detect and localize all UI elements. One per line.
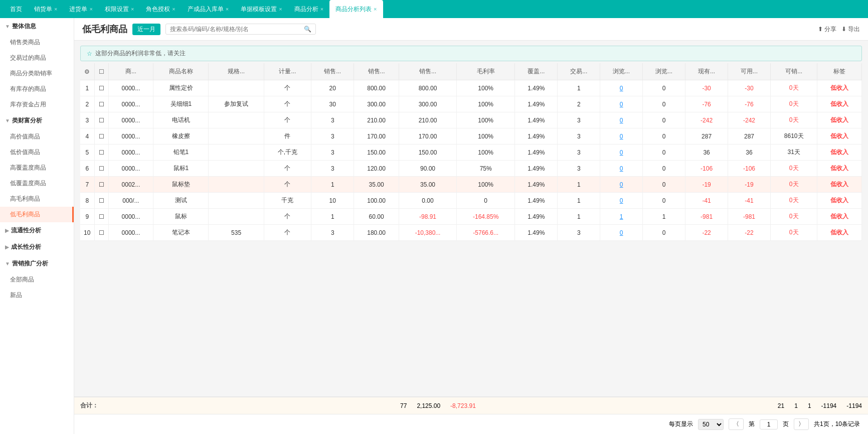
sidebar-item-sales-goods[interactable]: 销售类商品 [0, 35, 74, 50]
code-col-header[interactable]: 商... [108, 63, 153, 80]
sidebar-item-all-goods[interactable]: 全部商品 [0, 272, 74, 287]
sidebar-item-new-goods[interactable]: 新品 [0, 287, 74, 303]
sidebar-item-traded-goods[interactable]: 交易过的商品 [0, 50, 74, 66]
coverage-col-header[interactable]: 覆盖... [515, 63, 558, 80]
row-tag: 低收入 [817, 112, 862, 128]
sidebar-item-low-margin[interactable]: 低毛利商品 [0, 207, 74, 222]
sidebar-group-circulation[interactable]: ▶ 流通性分析 [0, 222, 74, 239]
row-browse1[interactable]: 0 [600, 177, 643, 193]
stock-col-header[interactable]: 现有... [685, 63, 728, 80]
row-browse1[interactable]: 1 [600, 209, 643, 225]
row-sale3: -10,380... [399, 225, 456, 241]
sidebar-item-category-rate[interactable]: 商品分类助销率 [0, 66, 74, 81]
row-browse2: 0 [643, 96, 685, 112]
search-icon[interactable]: 🔍 [304, 26, 311, 33]
close-icon[interactable]: × [279, 6, 282, 12]
nav-purchase[interactable]: 进货单 × [63, 0, 98, 18]
search-input[interactable] [170, 26, 304, 33]
row-browse1[interactable]: 0 [600, 96, 643, 112]
row-checkbox[interactable]: ☐ [94, 209, 108, 225]
row-browse1[interactable]: 0 [600, 80, 643, 96]
row-checkbox[interactable]: ☐ [94, 128, 108, 144]
close-icon[interactable]: × [320, 6, 323, 12]
tag-col-header[interactable]: 标签 [817, 63, 862, 80]
nav-product-entry[interactable]: 产成品入库单 × [182, 0, 235, 18]
total-trade: 21 [778, 402, 784, 409]
row-num: 5 [80, 144, 94, 161]
spec-col-header[interactable]: 规格... [209, 63, 264, 80]
settings-col-header[interactable]: ⚙ [80, 63, 94, 80]
trade-col-header[interactable]: 交易... [558, 63, 600, 80]
row-checkbox[interactable]: ☐ [94, 193, 108, 209]
browse2-col-header[interactable]: 浏览... [643, 63, 685, 80]
row-sale1: 3 [311, 128, 354, 144]
filter-recent-month-button[interactable]: 近一月 [132, 24, 160, 35]
row-checkbox[interactable]: ☐ [94, 225, 108, 241]
row-sale1: 10 [311, 193, 354, 209]
nav-home[interactable]: 首页 [4, 0, 28, 18]
sidebar-item-high-value[interactable]: 高价值商品 [0, 129, 74, 144]
row-trade: 1 [558, 193, 600, 209]
row-checkbox[interactable]: ☐ [94, 96, 108, 112]
row-browse1[interactable]: 0 [600, 128, 643, 144]
nav-permission[interactable]: 权限设置 × [99, 0, 140, 18]
row-browse2: 1 [643, 209, 685, 225]
row-checkbox[interactable]: ☐ [94, 144, 108, 161]
close-icon[interactable]: × [89, 6, 92, 12]
nav-analysis-list[interactable]: 商品分析列表 × [329, 0, 383, 18]
sidebar-item-stock-capital[interactable]: 库存资金占用 [0, 97, 74, 112]
row-browse1[interactable]: 0 [600, 193, 643, 209]
sidebar-item-low-coverage[interactable]: 低覆盖度商品 [0, 176, 74, 191]
close-icon[interactable]: × [131, 6, 134, 12]
sale3-col-header[interactable]: 销售... [399, 63, 456, 80]
row-sale3: 300.00 [399, 96, 456, 112]
sidebar-item-high-coverage[interactable]: 高覆盖度商品 [0, 160, 74, 176]
sidebar-item-stocked-goods[interactable]: 有库存的商品 [0, 81, 74, 97]
row-code: 0000... [108, 209, 153, 225]
share-button[interactable]: ⬆ 分享 [818, 25, 836, 34]
available-col-header[interactable]: 可用... [728, 63, 771, 80]
close-icon[interactable]: × [54, 6, 57, 12]
row-sale3: 170.00 [399, 128, 456, 144]
sale1-col-header[interactable]: 销售... [311, 63, 354, 80]
name-col-header[interactable]: 商品名称 [153, 63, 209, 80]
row-browse1[interactable]: 0 [600, 161, 643, 177]
export-button[interactable]: ⬇ 导出 [841, 25, 860, 34]
sidebar-group-wealth[interactable]: ▼ 类财富分析 [0, 112, 74, 129]
sidebar-item-high-margin[interactable]: 高毛利商品 [0, 191, 74, 207]
close-icon[interactable]: × [172, 6, 175, 12]
nav-analysis[interactable]: 商品分析 × [288, 0, 329, 18]
close-icon[interactable]: × [226, 6, 229, 12]
browse1-col-header[interactable]: 浏览... [600, 63, 643, 80]
row-checkbox[interactable]: ☐ [94, 161, 108, 177]
nav-template[interactable]: 单据模板设置 × [235, 0, 288, 18]
table-footer: 合计： 77 2,125.00 -8,723.91 21 1 1 -1194 -… [74, 396, 868, 414]
row-checkbox[interactable]: ☐ [94, 80, 108, 96]
row-browse1[interactable]: 0 [600, 225, 643, 241]
unit-col-header[interactable]: 计量... [264, 63, 311, 80]
prev-page-button[interactable]: 〈 [729, 418, 744, 430]
sidebar-group-growth[interactable]: ▶ 成长性分析 [0, 239, 74, 255]
row-trade: 3 [558, 225, 600, 241]
row-checkbox[interactable]: ☐ [94, 112, 108, 128]
row-checkbox[interactable]: ☐ [94, 177, 108, 193]
row-browse1[interactable]: 0 [600, 144, 643, 161]
sidebar-item-low-value[interactable]: 低价值商品 [0, 144, 74, 160]
row-stock: 287 [685, 128, 728, 144]
page-input[interactable] [760, 419, 778, 429]
sale2-col-header[interactable]: 销售... [354, 63, 399, 80]
sidebar-group-overall[interactable]: ▼ 整体信息 [0, 18, 74, 35]
nav-sales[interactable]: 销货单 × [28, 0, 63, 18]
nav-role[interactable]: 角色授权 × [140, 0, 181, 18]
margin-col-header[interactable]: 毛利率 [457, 63, 515, 80]
per-page-select[interactable]: 50 100 200 [698, 419, 724, 430]
checkbox-col-header[interactable]: ☐ [94, 63, 108, 80]
row-browse1[interactable]: 0 [600, 112, 643, 128]
next-page-button[interactable]: 〉 [794, 418, 809, 430]
row-browse2: 0 [643, 225, 685, 241]
close-icon[interactable]: × [374, 6, 377, 12]
row-name: 吴细细1 [153, 96, 209, 112]
saleable-col-header[interactable]: 可销... [770, 63, 817, 80]
sidebar-group-marketing[interactable]: ▼ 营销推广分析 [0, 255, 74, 272]
row-sale2: 170.00 [354, 128, 399, 144]
